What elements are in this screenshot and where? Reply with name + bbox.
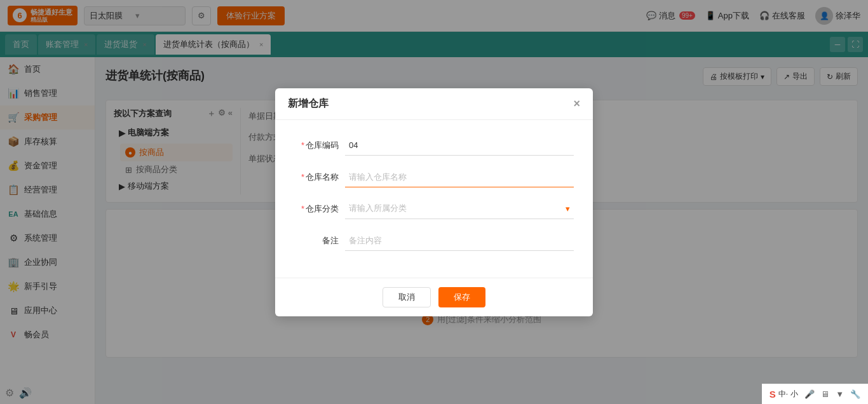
form-row-category: *仓库分类 请输入所属分类 ▾	[294, 199, 574, 219]
code-input[interactable]	[345, 135, 574, 156]
name-input[interactable]	[345, 167, 574, 187]
form-row-remark: 备注	[294, 231, 574, 251]
modal-body: *仓库编码 *仓库名称 *仓库分类 请输入所属分类 ▾	[275, 120, 593, 278]
modal-overlay[interactable]: 新增仓库 × *仓库编码 *仓库名称 *仓库分类	[0, 0, 868, 404]
bottom-logo: S 中· 小	[770, 389, 798, 400]
name-label: *仓库名称	[294, 172, 339, 183]
chevron-down-icon: ▾	[566, 204, 570, 213]
code-label: *仓库编码	[294, 140, 339, 151]
s-logo-icon: S	[770, 389, 776, 400]
modal-close-button[interactable]: ×	[573, 97, 580, 111]
category-placeholder: 请输入所属分类	[349, 203, 407, 214]
category-label: *仓库分类	[294, 203, 339, 215]
wrench-icon[interactable]: 🔧	[850, 389, 860, 399]
remark-label: 备注	[294, 235, 339, 246]
modal-header: 新增仓库 ×	[275, 88, 593, 120]
modal-add-warehouse: 新增仓库 × *仓库编码 *仓库名称 *仓库分类	[275, 88, 593, 316]
form-row-name: *仓库名称	[294, 167, 574, 187]
category-select[interactable]: 请输入所属分类 ▾	[345, 199, 574, 219]
save-button[interactable]: 保存	[438, 287, 485, 307]
remark-input[interactable]	[345, 231, 574, 251]
modal-title: 新增仓库	[288, 97, 329, 111]
modal-footer: 取消 保存	[275, 278, 593, 316]
monitor-icon[interactable]: 🖥	[821, 389, 829, 399]
form-row-code: *仓库编码	[294, 135, 574, 156]
mic-icon[interactable]: 🎤	[804, 389, 815, 399]
dropdown-icon[interactable]: ▼	[836, 389, 844, 399]
cancel-button[interactable]: 取消	[383, 287, 431, 307]
bottom-bar: S 中· 小 🎤 🖥 ▼ 🔧	[762, 384, 868, 404]
